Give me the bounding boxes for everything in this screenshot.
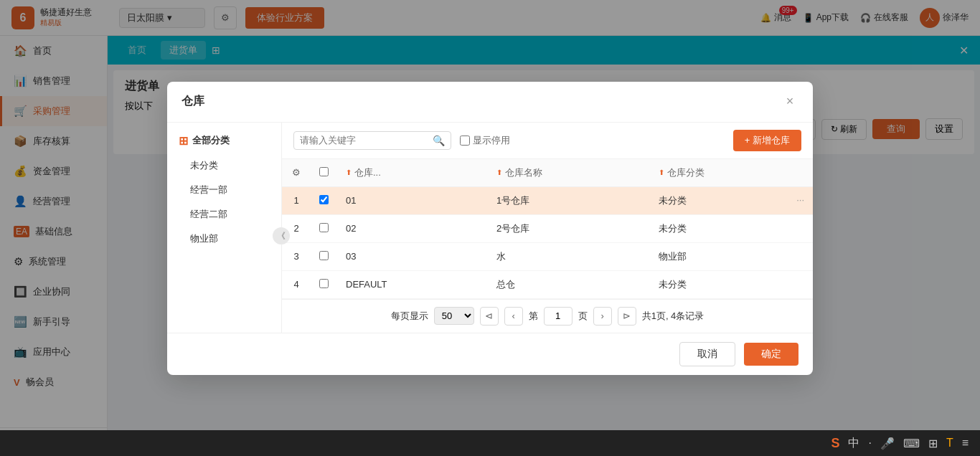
more-button[interactable]: ···: [796, 194, 804, 205]
col-category-header: ⬆ 仓库分类: [650, 159, 813, 187]
mic-icon[interactable]: 🎤: [880, 437, 895, 450]
table-row[interactable]: 1 01 1号仓库 未分类 ···: [282, 186, 813, 214]
lang-icon: 中: [848, 436, 859, 451]
ime-icon: S: [831, 436, 839, 451]
row-checkbox[interactable]: [311, 270, 337, 298]
dot-icon: ·: [868, 437, 871, 450]
table-row[interactable]: 4 DEFAULT 总仓 未分类: [282, 270, 813, 298]
modal-footer: 取消 确定: [167, 333, 813, 375]
sort-icon: ⬆: [346, 168, 352, 176]
next-page-button[interactable]: ›: [593, 307, 612, 326]
keyboard-icon[interactable]: ⌨: [903, 437, 920, 450]
table-row[interactable]: 3 03 水 物业部: [282, 242, 813, 270]
row-name: 1号仓库: [488, 186, 651, 214]
search-input[interactable]: [300, 135, 433, 146]
table-header-row: ⚙ ⬆ 仓库...: [282, 159, 813, 187]
bottom-bar: S 中 · 🎤 ⌨ ⊞ T ≡: [0, 430, 980, 456]
row-select-checkbox[interactable]: [319, 223, 329, 232]
new-warehouse-button[interactable]: + 新增仓库: [733, 130, 801, 151]
sort-icon-category: ⬆: [659, 168, 664, 176]
row-category: 未分类: [650, 214, 813, 242]
warehouse-list-panel: 🔍 显示停用 + 新增仓库 ⚙: [282, 123, 813, 333]
modal-body: 《 ⊞ 全部分类 未分类 经营一部 经营二部 物业部 🔍: [167, 123, 813, 333]
warehouse-toolbar: 🔍 显示停用 + 新增仓库: [282, 123, 813, 159]
show-disabled-checkbox[interactable]: [460, 136, 470, 146]
modal-close-button[interactable]: ×: [781, 93, 798, 110]
warehouse-table: ⚙ ⬆ 仓库...: [282, 159, 813, 299]
modal-header: 仓库 ×: [167, 82, 813, 123]
row-index: 1: [282, 186, 311, 214]
col-checkbox-header: [311, 159, 337, 187]
modal-title: 仓库: [182, 94, 204, 109]
category-item-dept2[interactable]: 经营二部: [167, 202, 281, 227]
col-name-header: ⬆ 仓库名称: [488, 159, 651, 187]
select-all-checkbox[interactable]: [319, 167, 329, 176]
warehouse-modal: 仓库 × 《 ⊞ 全部分类 未分类 经营一部 经营二部 物业部: [167, 82, 813, 375]
per-page-select[interactable]: 50 100: [434, 307, 474, 325]
first-page-button[interactable]: ⊲: [480, 307, 499, 326]
row-category: 未分类: [650, 270, 813, 298]
sort-icon-name: ⬆: [496, 168, 502, 176]
modal-overlay: 仓库 × 《 ⊞ 全部分类 未分类 经营一部 经营二部 物业部: [0, 0, 980, 456]
row-index: 4: [282, 270, 311, 298]
warehouse-table-container: ⚙ ⬆ 仓库...: [282, 159, 813, 299]
row-checkbox[interactable]: [311, 214, 337, 242]
row-code: DEFAULT: [337, 270, 488, 298]
row-checkbox[interactable]: [311, 242, 337, 270]
category-item-dept1[interactable]: 经营一部: [167, 178, 281, 202]
row-name: 总仓: [488, 270, 651, 298]
page-number-input[interactable]: [544, 307, 573, 326]
grid-bottom-icon[interactable]: ⊞: [928, 437, 938, 450]
misc-icon[interactable]: ≡: [962, 437, 969, 450]
row-select-checkbox[interactable]: [319, 279, 329, 288]
col-code-header: ⬆ 仓库...: [337, 159, 488, 187]
category-panel: 《 ⊞ 全部分类 未分类 经营一部 经营二部 物业部: [167, 123, 282, 333]
pagination-summary: 共1页, 4条记录: [642, 310, 705, 323]
row-name: 2号仓库: [488, 214, 651, 242]
row-index: 3: [282, 242, 311, 270]
row-code: 03: [337, 242, 488, 270]
search-box: 🔍: [293, 131, 451, 150]
category-item-uncategorized[interactable]: 未分类: [167, 153, 281, 178]
text-icon[interactable]: T: [946, 437, 953, 450]
grid-icon: ⊞: [179, 134, 188, 148]
row-select-checkbox[interactable]: [319, 195, 329, 204]
all-categories[interactable]: ⊞ 全部分类: [167, 128, 281, 153]
row-code: 02: [337, 214, 488, 242]
pagination: 每页显示 50 100 ⊲ ‹ 第 页 › ⊳ 共1页, 4条记录: [282, 299, 813, 333]
row-category: 未分类 ···: [650, 186, 813, 214]
row-checkbox[interactable]: [311, 186, 337, 214]
col-gear: ⚙: [282, 159, 311, 187]
collapse-button[interactable]: 《: [273, 227, 290, 244]
row-category: 物业部: [650, 242, 813, 270]
cancel-button[interactable]: 取消: [679, 342, 735, 366]
confirm-button[interactable]: 确定: [744, 343, 798, 366]
row-name: 水: [488, 242, 651, 270]
row-select-checkbox[interactable]: [319, 251, 329, 260]
search-icon[interactable]: 🔍: [433, 135, 445, 146]
prev-page-button[interactable]: ‹: [504, 307, 523, 326]
category-item-property[interactable]: 物业部: [167, 227, 281, 251]
last-page-button[interactable]: ⊳: [618, 307, 636, 326]
show-disabled-label: 显示停用: [460, 134, 510, 147]
row-code: 01: [337, 186, 488, 214]
table-row[interactable]: 2 02 2号仓库 未分类: [282, 214, 813, 242]
